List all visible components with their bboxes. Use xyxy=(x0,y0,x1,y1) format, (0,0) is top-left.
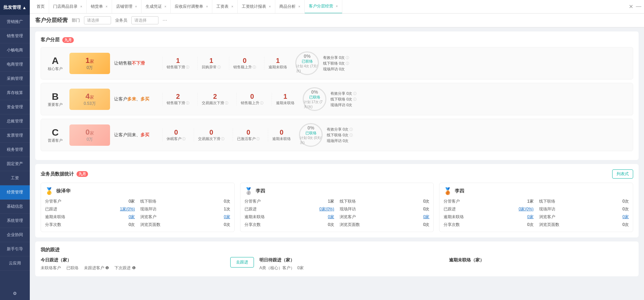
tab-close-工资表[interactable]: × xyxy=(231,5,233,8)
sidebar-item-经营管理[interactable]: 经营管理 xyxy=(0,185,30,200)
minimize-icon[interactable]: — xyxy=(636,3,641,10)
sidebar-item-库存核算[interactable]: 库存核算 xyxy=(0,86,30,100)
tab-close-销货单[interactable]: × xyxy=(106,5,108,8)
staff-stat-label: 分管客户 xyxy=(444,199,460,204)
info-icon[interactable]: ⓘ xyxy=(349,133,353,137)
sidebar-item-系统管理[interactable]: 系统管理 xyxy=(0,214,30,228)
info-icon[interactable]: ⓘ xyxy=(217,65,221,70)
tab-close-门店商品目录[interactable]: × xyxy=(80,5,82,8)
chevron-up-icon: ▲ xyxy=(22,5,27,10)
staff-stat-row: 浏览客户0家 xyxy=(140,214,230,220)
sidebar-item-发票管理[interactable]: 发票管理 xyxy=(0,129,30,143)
sidebar-item-营销推广[interactable]: 营销推广 xyxy=(0,15,30,29)
staff-stat-val[interactable]: 0家 xyxy=(423,214,430,220)
sidebar-item-电商管理[interactable]: 电商管理 xyxy=(0,57,30,72)
info-icon[interactable]: ⓘ xyxy=(221,137,224,141)
settings-icon[interactable]: ⚙ xyxy=(0,287,30,300)
dept-select[interactable]: 请选择 xyxy=(84,16,111,24)
sales-select[interactable]: 请选择 xyxy=(131,16,158,24)
staff-stat-row: 现场拜访0次 xyxy=(539,206,629,212)
circle-linked: 已联络 xyxy=(309,95,320,100)
stat-label: 销售额下滑 ⓘ xyxy=(167,100,189,106)
staff-stat-val[interactable]: 0家 xyxy=(622,214,629,220)
tomorrow-followup-box: 明日待跟进（家） A类（核心）客户） 0家 xyxy=(259,257,444,271)
stat-num: 0 xyxy=(243,57,246,65)
sidebar-item-云应用[interactable]: 云应用 xyxy=(0,256,30,271)
staff-medal-2: 🥉 xyxy=(444,187,452,195)
info-icon[interactable]: ⓘ xyxy=(256,137,260,141)
tab-销货单[interactable]: 销货单× xyxy=(87,0,112,14)
sidebar-item-新手引导[interactable]: 新手引导 xyxy=(0,242,30,256)
tab-工资表[interactable]: 工资表× xyxy=(212,0,238,14)
staff-stat-val[interactable]: 0家 xyxy=(224,214,230,220)
sidebar-item-资金管理[interactable]: 资金管理 xyxy=(0,100,30,114)
close-window-icon[interactable]: ✕ xyxy=(629,3,633,10)
staff-stat-label: 浏览页面数 xyxy=(340,222,360,228)
staff-name-2: 李四 xyxy=(455,188,464,194)
tier-stat-回购异常: 1回购异常 ⓘ xyxy=(197,57,225,70)
staff-stat-val: 0次 xyxy=(622,199,629,204)
tab-close-客户分层经营[interactable]: × xyxy=(336,4,338,8)
sidebar-item-总账管理[interactable]: 总账管理 xyxy=(0,114,30,129)
staff-stat-row: 逾期未联络0家 xyxy=(244,214,334,220)
info-icon[interactable]: ⓘ xyxy=(182,137,186,141)
sidebar-item-工资[interactable]: 工资 xyxy=(0,171,30,185)
tier-circle-C: 0%已联络计划 0次 (0天/次) xyxy=(299,123,323,147)
info-icon[interactable]: ⓘ xyxy=(349,128,353,131)
tab-close-应收应付调整单[interactable]: × xyxy=(206,5,208,8)
sidebar-item-小畅电商[interactable]: 小畅电商 xyxy=(0,43,30,57)
page-title: 客户分层经营 xyxy=(35,17,68,24)
tab-close-商品分析[interactable]: × xyxy=(298,5,300,8)
staff-stat-val[interactable]: 0家(0%) xyxy=(319,206,334,212)
overdue-label: 逾期未联络（家） xyxy=(449,257,633,263)
staff-stat-label: 已跟进 xyxy=(244,206,257,212)
tab-门店商品目录[interactable]: 门店商品目录× xyxy=(49,0,87,14)
sidebar-item-税务管理[interactable]: 税务管理 xyxy=(0,143,30,157)
sidebar-item-企业协同[interactable]: 企业协同 xyxy=(0,228,30,242)
info-icon[interactable]: ⓘ xyxy=(346,62,349,65)
info-icon[interactable]: ⓘ xyxy=(186,101,189,106)
staff-stat-val[interactable]: 0家 xyxy=(328,214,334,220)
staff-stat-val[interactable]: 1家(0%) xyxy=(120,206,135,212)
sidebar-item-固定资产[interactable]: 固定资产 xyxy=(0,157,30,171)
staff-stat-val[interactable]: 0家(0%) xyxy=(519,206,534,212)
staff-stat-val[interactable]: 0家 xyxy=(527,214,534,220)
right-stat-row: 现场拜访 0次 xyxy=(323,67,364,72)
tab-close-店铺管理[interactable]: × xyxy=(135,5,137,8)
tab-工资统计报表[interactable]: 工资统计报表× xyxy=(238,0,275,14)
info-icon[interactable]: ⓘ xyxy=(186,65,189,70)
staff-name-0: 徐泽华 xyxy=(56,188,70,194)
tab-店铺管理[interactable]: 店铺管理× xyxy=(112,0,142,14)
circle-pct: 0% xyxy=(311,89,318,95)
tab-客户分层经营[interactable]: 客户分层经营× xyxy=(305,0,342,14)
sidebar-item-基础信息[interactable]: 基础信息 xyxy=(0,200,30,214)
info-icon[interactable]: ⓘ xyxy=(353,92,357,95)
staff-stats-grid-1: 分管客户1家线下联络0次已跟进0家(0%)现场拜访0次逾期未联络0家浏览客户0家… xyxy=(244,199,430,228)
tier-name: 重要客户 xyxy=(45,102,65,107)
info-icon[interactable]: ⓘ xyxy=(253,65,256,70)
staff-stat-row: 分享次数0次 xyxy=(244,222,334,228)
staff-stat-row: 分管客户0家 xyxy=(45,199,135,204)
tab-生成凭证[interactable]: 生成凭证× xyxy=(142,0,171,14)
info-icon[interactable]: ⓘ xyxy=(260,101,263,106)
tab-close-生成凭证[interactable]: × xyxy=(165,5,167,8)
tab-应收应付调整单[interactable]: 应收应付调整单× xyxy=(171,0,212,14)
circle-pct: 0% xyxy=(304,53,310,59)
info-icon[interactable]: ⓘ xyxy=(225,101,228,106)
staff-stat-val[interactable]: 0家 xyxy=(129,214,135,220)
sidebar-item-销售管理[interactable]: 销售管理 xyxy=(0,29,30,43)
tier-right-stats-C: 有效分享 0次 ⓘ线下联络 0次 ⓘ现场拜访 0次 xyxy=(327,127,367,143)
tab-商品分析[interactable]: 商品分析× xyxy=(275,0,305,14)
sidebar-item-采购管理[interactable]: 采购管理 xyxy=(0,72,30,86)
staff-name-1: 李四 xyxy=(256,188,265,194)
tab-close-工资统计报表[interactable]: × xyxy=(269,5,271,8)
list-view-button[interactable]: 列表式 xyxy=(612,169,633,179)
staff-stat-val: 0次 xyxy=(622,222,629,228)
tab-首页[interactable]: 首页 xyxy=(33,0,49,14)
go-followup-button[interactable]: 去跟进 xyxy=(230,257,254,268)
staff-stat-row: 浏览客户0家 xyxy=(340,214,429,220)
info-icon[interactable]: ⓘ xyxy=(346,56,349,60)
info-icon[interactable]: ⓘ xyxy=(353,97,357,101)
sidebar-header[interactable]: 批发管理 ▲ xyxy=(0,0,30,15)
more-options-icon[interactable]: ··· xyxy=(163,17,167,23)
